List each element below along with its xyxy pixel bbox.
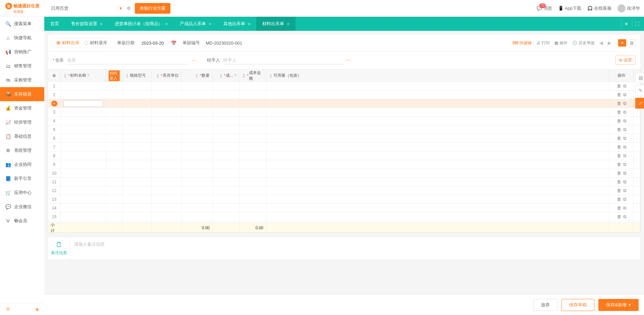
- cell-qty[interactable]: [182, 160, 213, 169]
- table-row[interactable]: 14🗑⧉: [48, 204, 640, 212]
- cell-avail[interactable]: [266, 160, 609, 169]
- close-icon[interactable]: ×: [165, 21, 168, 26]
- cell-qty[interactable]: [182, 186, 213, 195]
- tab-2[interactable]: 进货单统计表（按商品）×: [109, 17, 174, 31]
- table-row[interactable]: 12🗑⧉: [48, 186, 640, 195]
- operate-button[interactable]: ▦操作: [554, 40, 568, 46]
- delete-icon[interactable]: 🗑: [617, 205, 621, 210]
- messages-button[interactable]: 💬 70 消息: [537, 5, 552, 11]
- cell-costamt[interactable]: [239, 108, 266, 116]
- cell-costamt[interactable]: [239, 151, 266, 160]
- delete-icon[interactable]: 🗑: [617, 153, 621, 158]
- tab-0[interactable]: 首页: [44, 17, 65, 31]
- cell-name[interactable]: [61, 151, 106, 160]
- notes-input[interactable]: [70, 237, 640, 259]
- copy-icon[interactable]: ⧉: [623, 197, 626, 202]
- cell-scan[interactable]: [106, 151, 123, 160]
- cell-name[interactable]: [61, 134, 106, 142]
- close-icon[interactable]: ×: [287, 21, 289, 26]
- cell-costamt[interactable]: [239, 134, 266, 142]
- copy-icon[interactable]: ⧉: [623, 144, 626, 150]
- cell-model[interactable]: [123, 195, 152, 203]
- calendar-icon[interactable]: 📅: [171, 41, 176, 46]
- cell-scan[interactable]: [106, 134, 123, 142]
- cell-name[interactable]: [61, 212, 106, 221]
- delete-icon[interactable]: 🗑: [617, 197, 621, 202]
- delete-icon[interactable]: 🗑: [617, 179, 621, 184]
- copy-icon[interactable]: ⧉: [623, 110, 626, 115]
- cell-name[interactable]: [61, 90, 106, 99]
- cell-unit[interactable]: [152, 169, 182, 177]
- delete-icon[interactable]: 🗑: [617, 127, 621, 132]
- col-unit[interactable]: ▲▼*库存单位: [152, 70, 182, 81]
- cell-model[interactable]: [123, 160, 152, 169]
- cell-model[interactable]: [123, 212, 152, 221]
- table-row[interactable]: 6🗑⧉: [48, 134, 640, 143]
- delete-icon[interactable]: 🗑: [617, 92, 621, 97]
- sidebar-item-3[interactable]: 🗂销售管理: [0, 59, 44, 73]
- handler-picker-icon[interactable]: ⋯: [346, 58, 351, 63]
- cell-costamt[interactable]: [239, 125, 266, 134]
- cell-scan[interactable]: [106, 90, 123, 99]
- cell-scan[interactable]: [106, 186, 123, 195]
- cell-qty[interactable]: [182, 169, 213, 177]
- cell-costamt[interactable]: [239, 212, 266, 221]
- table-row[interactable]: 10🗑⧉: [48, 169, 640, 178]
- cell-unit[interactable]: [152, 212, 182, 221]
- cell-scan[interactable]: [106, 204, 123, 212]
- copy-icon[interactable]: ⧉: [623, 136, 626, 141]
- table-row[interactable]: 8🗑⧉: [48, 151, 640, 160]
- cell-model[interactable]: [123, 151, 152, 160]
- shortcut-button[interactable]: ⌨快捷键: [513, 40, 532, 46]
- table-row[interactable]: 1🗑⧉: [48, 82, 640, 90]
- next-doc-button[interactable]: ▶: [608, 40, 611, 46]
- cell-name[interactable]: [61, 117, 106, 125]
- copy-icon[interactable]: ⧉: [623, 214, 626, 219]
- float-btn-3[interactable]: ⤢: [635, 98, 644, 109]
- help-icon[interactable]: ?: [87, 73, 90, 78]
- copy-icon[interactable]: ⧉: [623, 179, 626, 185]
- cell-scan[interactable]: [106, 195, 123, 203]
- sidebar-item-10[interactable]: 👥企业协同: [0, 158, 44, 172]
- cell-costamt[interactable]: [239, 90, 266, 99]
- sidebar-item-4[interactable]: 🛍采购管理: [0, 73, 44, 87]
- cell-avail[interactable]: [266, 204, 609, 212]
- cell-qty[interactable]: [182, 117, 213, 125]
- copy-icon[interactable]: ⧉: [623, 188, 626, 193]
- cell-costamt[interactable]: [239, 169, 266, 177]
- table-row[interactable]: 11🗑⧉: [48, 178, 640, 186]
- table-row[interactable]: +🗑⧉: [48, 99, 640, 108]
- delete-icon[interactable]: 🗑: [617, 171, 621, 176]
- cell-costamt[interactable]: [239, 99, 266, 108]
- col-avail[interactable]: ▲▼可用量（包装）: [266, 70, 609, 81]
- cell-cost[interactable]: [213, 108, 239, 116]
- date-value[interactable]: 2023-03-20: [141, 40, 165, 47]
- table-row[interactable]: 3🗑⧉: [48, 108, 640, 117]
- cell-model[interactable]: [123, 186, 152, 195]
- cell-unit[interactable]: [152, 151, 182, 160]
- cell-avail[interactable]: [266, 151, 609, 160]
- cell-name[interactable]: [61, 195, 106, 203]
- cell-model[interactable]: [123, 90, 152, 99]
- cell-qty[interactable]: [182, 108, 213, 116]
- table-row[interactable]: 9🗑⧉: [48, 160, 640, 169]
- delete-icon[interactable]: 🗑: [617, 118, 621, 123]
- cell-cost[interactable]: [213, 125, 239, 134]
- sidebar-item-2[interactable]: 📢营销推广: [0, 45, 44, 59]
- cell-cost[interactable]: [213, 195, 239, 203]
- cell-model[interactable]: [123, 178, 152, 186]
- cell-qty[interactable]: [182, 90, 213, 99]
- warehouse-picker-icon[interactable]: ⋯: [192, 58, 197, 63]
- delete-icon[interactable]: 🗑: [617, 83, 621, 88]
- cell-unit[interactable]: [152, 204, 182, 212]
- close-icon[interactable]: ×: [209, 21, 211, 26]
- sidebar-item-0[interactable]: 🔍搜索菜单: [0, 17, 44, 31]
- tab-4[interactable]: 其他出库单×: [217, 17, 257, 31]
- copy-icon[interactable]: ⧉: [623, 83, 626, 89]
- cell-name[interactable]: [61, 186, 106, 195]
- grid-body[interactable]: 1🗑⧉2🗑⧉+🗑⧉3🗑⧉4🗑⧉5🗑⧉6🗑⧉7🗑⧉8🗑⧉9🗑⧉10🗑⧉11🗑⧉12…: [48, 82, 640, 223]
- cell-name[interactable]: [61, 169, 106, 177]
- delete-icon[interactable]: 🗑: [617, 162, 621, 167]
- sidebar-collapse-icon[interactable]: ◀: [35, 307, 38, 312]
- float-btn-2[interactable]: ✎: [635, 85, 644, 96]
